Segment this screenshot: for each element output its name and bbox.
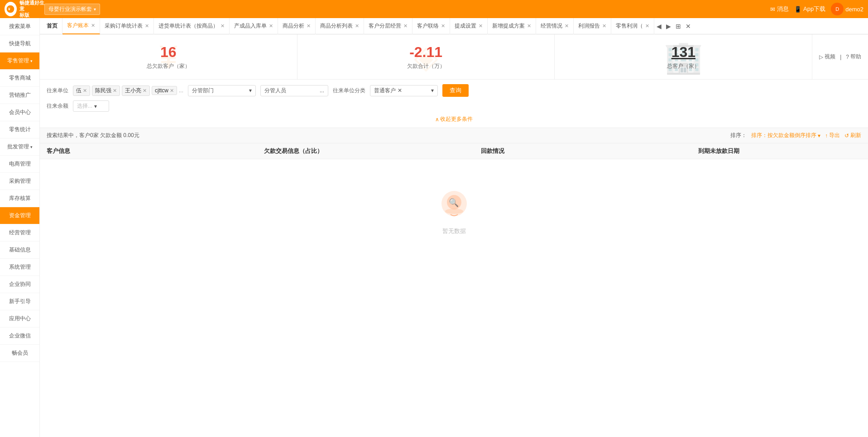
- more-tags-btn[interactable]: ...: [179, 87, 183, 94]
- remove-tag-wang[interactable]: ✕: [143, 88, 147, 94]
- search-menu-label: 搜索菜单: [9, 23, 31, 29]
- sidebar-item-retail-mall[interactable]: 零售商城: [0, 70, 39, 87]
- tab-product-analysis[interactable]: 商品分析 ✕: [278, 18, 316, 34]
- sidebar-item-retail-mgmt[interactable]: 零售管理 ▾: [0, 52, 39, 70]
- export-btn[interactable]: ↑ 导出: [825, 132, 840, 139]
- tab-close-icon[interactable]: ✕: [645, 23, 649, 29]
- sidebar-item-business-mgmt[interactable]: 经营管理: [0, 224, 39, 242]
- unit-filter-label: 往来单位: [47, 87, 68, 95]
- app-download-btn[interactable]: 📱 App下载: [794, 5, 825, 13]
- retail-mgmt-label: 零售管理: [7, 57, 29, 65]
- stat-all-customers: 🏢 131 总客户（家）: [555, 34, 812, 79]
- tab-customer-contact[interactable]: 客户联络 ✕: [412, 18, 450, 34]
- sort-selector[interactable]: 排序：按欠款金额倒序排序 ▾: [751, 132, 820, 139]
- tab-close-icon[interactable]: ✕: [269, 23, 273, 29]
- sidebar-item-member-center[interactable]: 会员中心: [0, 104, 39, 121]
- tab-close-icon[interactable]: ✕: [91, 23, 95, 28]
- video-icon: ▷: [819, 54, 823, 60]
- tab-prev-btn[interactable]: ◀: [654, 23, 664, 30]
- empty-state: 🔍 暂无数据: [40, 159, 868, 262]
- tab-purchase-order[interactable]: 采购订单统计表 ✕: [100, 18, 154, 34]
- sidebar-item-quick-nav[interactable]: 快捷导航: [0, 35, 39, 52]
- unit-type-selector[interactable]: 普通客户 ✕ ▾: [370, 85, 438, 96]
- chevron-down-icon: ▾: [249, 87, 252, 94]
- sidebar-item-search-menu[interactable]: 搜索菜单: [0, 18, 39, 35]
- tab-close-icon[interactable]: ✕: [145, 23, 149, 29]
- sidebar-item-new-guide[interactable]: 新手引导: [0, 293, 39, 310]
- tab-close-icon[interactable]: ✕: [527, 23, 531, 29]
- tab-close-icon[interactable]: ✕: [221, 23, 225, 29]
- tab-close-icon[interactable]: ✕: [403, 23, 408, 29]
- sidebar-item-sys-mgmt[interactable]: 系统管理: [0, 259, 39, 276]
- more-options-icon: ...: [320, 87, 324, 94]
- user-avatar[interactable]: D demo2: [831, 3, 863, 15]
- sidebar-item-enterprise[interactable]: 企业协同: [0, 276, 39, 293]
- tab-product-stock[interactable]: 产成品入库单 ✕: [230, 18, 278, 34]
- filter-tag-chen: 陈民强 ✕: [92, 86, 120, 96]
- tab-close-all-btn[interactable]: ✕: [683, 23, 693, 30]
- tab-purchase-stats[interactable]: 进货单统计表（按商品） ✕: [154, 18, 230, 34]
- help-link[interactable]: ? 帮助: [846, 53, 861, 61]
- video-link[interactable]: ▷ 视频: [819, 53, 835, 61]
- sort-label: 排序：: [730, 132, 747, 139]
- table-header: 客户信息 欠款交易信息（占比） 回款情况 到期未放款日期: [40, 143, 868, 159]
- sidebar-item-marketing[interactable]: 营销推广: [0, 87, 39, 104]
- col-customer-info: 客户信息: [47, 147, 264, 155]
- logo-icon: ¥: [5, 2, 17, 16]
- remove-tag-cjttcw[interactable]: ✕: [170, 88, 174, 94]
- tab-add-commission[interactable]: 新增提成方案 ✕: [488, 18, 536, 34]
- sidebar-item-app-center[interactable]: 应用中心: [0, 310, 39, 328]
- svg-text:¥: ¥: [8, 7, 10, 11]
- sidebar-item-purchase[interactable]: 采购管理: [0, 173, 39, 190]
- refresh-btn[interactable]: ↺ 刷新: [844, 132, 861, 139]
- tab-home[interactable]: 首页: [42, 18, 62, 34]
- tab-next-btn[interactable]: ▶: [664, 23, 673, 30]
- empty-text: 暂无数据: [442, 227, 466, 235]
- results-summary: 搜索结果中，客户0家 欠款金额 0.00元: [47, 132, 139, 139]
- stat-total-customers: ¥ 16 总欠款客户（家）: [40, 34, 297, 79]
- top-right-area: ✉ 消息 📱 App下载 D demo2: [770, 3, 863, 15]
- person-selector[interactable]: 分管人员 ...: [260, 85, 328, 96]
- tab-business-status[interactable]: 经营情况 ✕: [536, 18, 574, 34]
- tab-close-icon[interactable]: ✕: [355, 23, 359, 29]
- remove-tag-chen[interactable]: ✕: [113, 88, 117, 94]
- filter-tag-wang: 王小亮 ✕: [122, 86, 150, 96]
- tab-expand-btn[interactable]: ⊞: [673, 23, 683, 30]
- sidebar-item-retail-stats[interactable]: 零售统计: [0, 121, 39, 138]
- sidebar: 搜索菜单 快捷导航 零售管理 ▾ 零售商城 营销推广 会员中心 零售统计 批: [0, 18, 40, 437]
- filter-tag-wu: 伍 ✕: [73, 86, 90, 96]
- sidebar-item-inventory[interactable]: 库存核算: [0, 190, 39, 207]
- search-button[interactable]: 查询: [442, 84, 469, 97]
- sidebar-item-wechat-work[interactable]: 企业微信: [0, 328, 39, 345]
- message-icon: ✉: [770, 6, 775, 13]
- tab-commission-settings[interactable]: 提成设置 ✕: [450, 18, 488, 34]
- tab-customer-account[interactable]: 客户账本 ✕: [62, 18, 100, 34]
- sidebar-item-wholesale-mgmt[interactable]: 批发管理 ▾: [0, 138, 39, 156]
- empty-illustration: 🔍: [436, 186, 472, 223]
- tab-close-icon[interactable]: ✕: [602, 23, 606, 29]
- collapse-filters-btn[interactable]: ∧ 收起更多条件: [47, 115, 861, 123]
- tab-close-icon[interactable]: ✕: [565, 23, 569, 29]
- tab-retail-profit[interactable]: 零售利润（ ✕: [611, 18, 654, 34]
- tab-product-analysis-list[interactable]: 商品分析列表 ✕: [316, 18, 364, 34]
- sidebar-item-ecommerce[interactable]: 电商管理: [0, 156, 39, 173]
- sidebar-item-basic-info[interactable]: 基础信息: [0, 242, 39, 259]
- tab-close-icon[interactable]: ✕: [479, 23, 483, 29]
- tab-close-icon[interactable]: ✕: [307, 23, 311, 29]
- tab-close-icon[interactable]: ✕: [441, 23, 445, 29]
- dept-selector[interactable]: 分管部门 ▾: [188, 85, 256, 96]
- chevron-down-icon: ▾: [94, 7, 96, 12]
- remove-tag-wu[interactable]: ✕: [83, 88, 87, 94]
- tab-profit-report[interactable]: 利润报告 ✕: [574, 18, 611, 34]
- message-btn[interactable]: ✉ 消息: [770, 5, 789, 13]
- tab-customer-tier[interactable]: 客户分层经营 ✕: [364, 18, 412, 34]
- filter-row-1: 往来单位 伍 ✕ 陈民强 ✕ 王小亮: [47, 84, 861, 97]
- chevron-down-icon: ▾: [431, 87, 434, 94]
- balance-selector[interactable]: 选择... ▾: [73, 100, 109, 112]
- logo-text: 畅捷通好生意 标版: [19, 0, 44, 18]
- remove-unit-type[interactable]: ✕: [398, 87, 402, 94]
- unit-type-label: 往来单位分类: [333, 87, 365, 95]
- sidebar-item-member-club[interactable]: 畅会员: [0, 345, 39, 362]
- sidebar-item-finance[interactable]: 资金管理: [0, 207, 39, 224]
- account-selector[interactable]: 母婴行业演示帐套 ▾: [44, 4, 100, 15]
